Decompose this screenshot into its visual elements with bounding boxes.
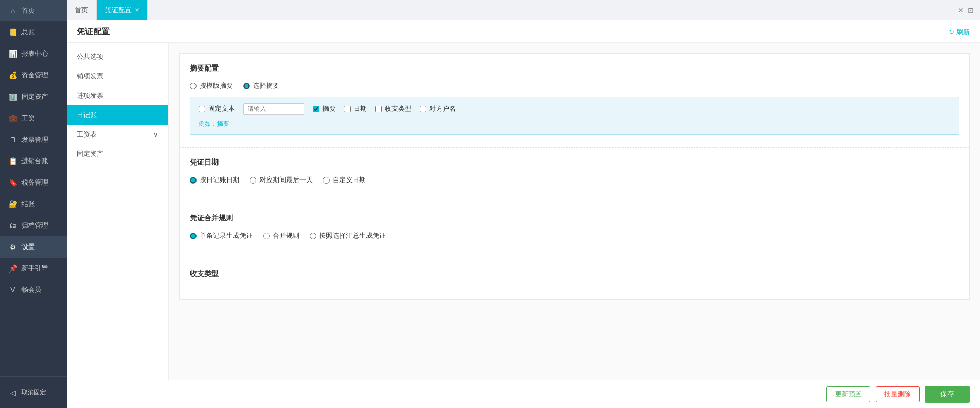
sidebar-item-invoice[interactable]: 🗒 发票管理 [0, 129, 67, 150]
guide-icon: 📌 [8, 264, 17, 273]
radio-journal-date[interactable]: 按日记账日期 [190, 175, 239, 185]
asset-icon: 🏢 [8, 93, 17, 101]
main-panel: 摘要配置 按模版摘要 选择摘要 [169, 43, 980, 380]
left-nav-item-sales[interactable]: 销项发票 [67, 66, 168, 86]
pin-icon: ◁ [8, 389, 17, 397]
ledger-icon: 📒 [8, 28, 17, 36]
invoice-icon: 🗒 [8, 135, 17, 144]
save-button[interactable]: 保存 [925, 386, 970, 403]
home-icon: ⌂ [8, 7, 17, 15]
fixed-text-input[interactable] [243, 103, 304, 115]
main-area: 首页 凭证配置 ✕ ✕ ⊡ 凭证配置 ↻ 刷新 公共选项 销项发票 进项发票 [67, 0, 980, 408]
sidebar-item-asset[interactable]: 🏢 固定资产 [0, 86, 67, 107]
summary-radio-group: 按模版摘要 选择摘要 [190, 81, 959, 90]
update-preview-button[interactable]: 更新预置 [826, 386, 870, 402]
chevron-icon: ∨ [153, 131, 158, 139]
sidebar-item-fund[interactable]: 💰 资金管理 [0, 64, 67, 86]
page-title: 凭证配置 [77, 27, 110, 37]
summary-title: 摘要配置 [190, 64, 959, 73]
sections-wrapper: 摘要配置 按模版摘要 选择摘要 [179, 53, 970, 300]
sidebar-item-cancel-pin[interactable]: ◁ 取消固定 [0, 382, 67, 403]
refresh-button[interactable]: ↻ 刷新 [949, 28, 970, 37]
bottom-bar: 更新预置 批量删除 保存 [67, 380, 980, 408]
sidebar-item-archive[interactable]: 🗂 归档管理 [0, 215, 67, 236]
left-nav-item-fixed_asset[interactable]: 固定资产 [67, 144, 168, 164]
sidebar-item-salary[interactable]: 💼 工资 [0, 107, 67, 129]
radio-period-last[interactable]: 对应期间最后一天 [250, 175, 313, 185]
tabbar: 首页 凭证配置 ✕ ✕ ⊡ [67, 0, 980, 20]
income-type-section: 收支类型 [180, 259, 969, 299]
tab-home[interactable]: 首页 [67, 0, 97, 20]
summary-checkbox-row: 固定文本 摘要 日期 [199, 103, 950, 115]
merge-section: 凭证合并规则 单条记录生成凭证 合并规则 按照选择汇总生成凭证 [180, 203, 969, 259]
checkbox-abstract[interactable]: 摘要 [313, 104, 336, 114]
merge-title: 凭证合并规则 [190, 214, 959, 223]
sidebar: ⌂ 首页 📒 总账 📊 报表中心 💰 资金管理 🏢 固定资产 💼 工资 🗒 发票… [0, 0, 67, 408]
report-icon: 📊 [8, 50, 17, 58]
left-nav-item-payroll[interactable]: 工资表 ∨ [67, 125, 168, 144]
radio-single[interactable]: 单条记录生成凭证 [190, 231, 253, 240]
fund-icon: 💰 [8, 71, 17, 79]
expand-window-icon[interactable]: ⊡ [968, 6, 974, 14]
sidebar-item-report[interactable]: 📊 报表中心 [0, 43, 67, 64]
close-window-icon[interactable]: ✕ [957, 6, 964, 14]
sidebar-item-settings[interactable]: ⚙ 设置 [0, 236, 67, 258]
merge-radio-group: 单条记录生成凭证 合并规则 按照选择汇总生成凭证 [190, 231, 959, 240]
tab-voucher-config[interactable]: 凭证配置 ✕ [97, 0, 148, 20]
member-icon: V [8, 286, 17, 294]
page-header: 凭证配置 ↻ 刷新 [67, 20, 980, 43]
checkbox-income-type[interactable]: 收支类型 [375, 104, 411, 114]
checkbox-fixed-text[interactable]: 固定文本 [199, 104, 235, 114]
sidebar-item-inout[interactable]: 📋 进销台账 [0, 150, 67, 172]
radio-merge-rule[interactable]: 合并规则 [263, 231, 299, 240]
content-area: 公共选项 销项发票 进项发票 日记账 工资表 ∨ 固定资产 摘要配置 [67, 43, 980, 380]
close-tab-icon[interactable]: ✕ [135, 7, 139, 13]
settings-icon: ⚙ [8, 243, 17, 251]
date-radio-group: 按日记账日期 对应期间最后一天 自定义日期 [190, 175, 959, 185]
example-text: 例如：摘要 [199, 120, 950, 128]
tax-icon: 🔖 [8, 178, 17, 187]
sidebar-item-guide[interactable]: 📌 新手引导 [0, 258, 67, 279]
left-nav: 公共选项 销项发票 进项发票 日记账 工资表 ∨ 固定资产 [67, 43, 169, 380]
date-title: 凭证日期 [190, 158, 959, 167]
radio-select-merge[interactable]: 按照选择汇总生成凭证 [310, 231, 386, 240]
salary-icon: 💼 [8, 114, 17, 122]
checkbox-date[interactable]: 日期 [344, 104, 367, 114]
date-section: 凭证日期 按日记账日期 对应期间最后一天 自定义日期 [180, 148, 969, 203]
summary-section: 摘要配置 按模版摘要 选择摘要 [180, 54, 969, 148]
checkbox-counterpart[interactable]: 对方户名 [420, 104, 456, 114]
sidebar-item-tax[interactable]: 🔖 税务管理 [0, 172, 67, 193]
summary-config-box: 固定文本 摘要 日期 [190, 97, 959, 135]
archive-icon: 🗂 [8, 221, 17, 230]
sidebar-item-member[interactable]: V 畅会员 [0, 279, 67, 301]
refresh-icon: ↻ [949, 28, 954, 36]
sidebar-item-ledger[interactable]: 📒 总账 [0, 21, 67, 43]
closing-icon: 🔐 [8, 200, 17, 208]
batch-delete-button[interactable]: 批量删除 [876, 386, 920, 402]
left-nav-item-public[interactable]: 公共选项 [67, 47, 168, 66]
left-nav-item-purchase[interactable]: 进项发票 [67, 86, 168, 105]
inout-icon: 📋 [8, 157, 17, 165]
radio-custom-date[interactable]: 自定义日期 [323, 175, 366, 185]
sidebar-item-home[interactable]: ⌂ 首页 [0, 0, 67, 21]
sidebar-bottom: ◁ 取消固定 [0, 376, 67, 408]
window-controls: ✕ ⊡ [957, 6, 980, 14]
left-nav-item-journal[interactable]: 日记账 [67, 105, 168, 125]
income-type-title: 收支类型 [190, 269, 959, 279]
radio-select[interactable]: 选择摘要 [243, 81, 279, 90]
sidebar-item-closing[interactable]: 🔐 结账 [0, 193, 67, 215]
radio-template[interactable]: 按模版摘要 [190, 81, 233, 90]
